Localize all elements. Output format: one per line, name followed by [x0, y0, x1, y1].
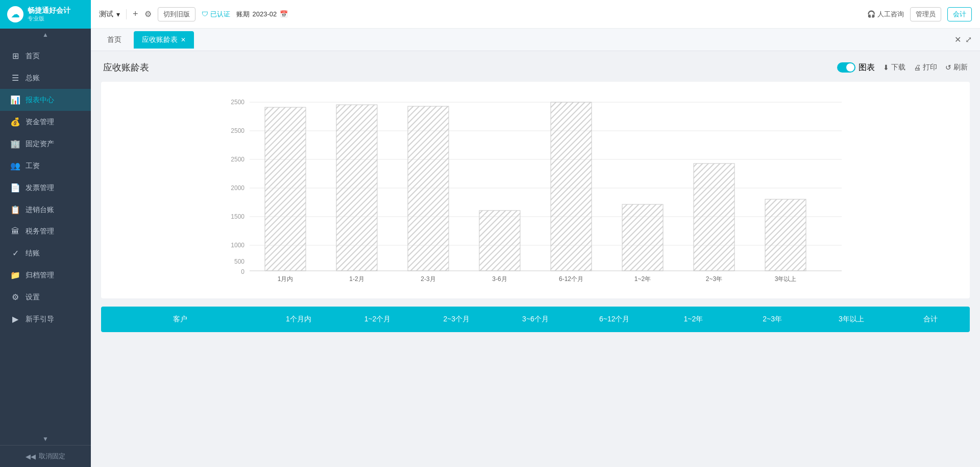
guide-icon: ▶ [10, 314, 20, 324]
sidebar-item-label-archive: 归档管理 [26, 271, 54, 280]
svg-text:1月内: 1月内 [278, 275, 293, 283]
sidebar-item-guide[interactable]: ▶ 新手引导 [0, 308, 91, 330]
print-icon: 🖨 [914, 63, 921, 72]
svg-text:500: 500 [234, 258, 244, 265]
sidebar: ☁ 畅捷通好会计 专业版 ▲ ⊞ 首页 ☰ 总账 📊 报表中心 💰 资金管理 🏢… [0, 0, 91, 467]
sidebar-item-sales[interactable]: 📋 进销台账 [0, 199, 91, 221]
svg-text:1~2年: 1~2年 [634, 275, 651, 283]
logo-text-block: 畅捷通好会计 专业版 [28, 6, 70, 22]
close-icon[interactable]: ✕ [954, 35, 961, 44]
sidebar-item-settings[interactable]: ⚙ 设置 [0, 286, 91, 308]
svg-text:2500: 2500 [231, 127, 244, 134]
bar-chart: 2500 2500 2500 2000 1500 1000 500 0 1月内 … [111, 92, 960, 286]
logo-icon: ☁ [7, 6, 23, 22]
svg-text:1500: 1500 [231, 213, 244, 220]
th-2-3month: 2~3个月 [417, 307, 496, 332]
svg-text:3-6月: 3-6月 [492, 275, 507, 283]
chart-svg-wrapper: 2500 2500 2500 2000 1500 1000 500 0 1月内 … [111, 92, 960, 288]
scroll-up-btn[interactable]: ▲ [0, 29, 91, 41]
add-company-btn[interactable]: + [133, 9, 138, 19]
cancel-fixed-btn[interactable]: ◀◀ 取消固定 [0, 445, 91, 467]
sidebar-item-ledger[interactable]: ☰ 总账 [0, 67, 91, 89]
sidebar-item-reports[interactable]: 📊 报表中心 [0, 89, 91, 111]
chart-toggle[interactable]: 图表 [837, 62, 875, 73]
settings-btn[interactable]: ⚙ [144, 9, 152, 19]
sidebar-item-tax[interactable]: 🏛 税务管理 [0, 221, 91, 242]
expand-icon[interactable]: ⤢ [965, 35, 972, 44]
th-customer: 客户 [101, 307, 259, 332]
th-3-6month: 3~6个月 [496, 307, 575, 332]
accountant-btn[interactable]: 会计 [947, 7, 972, 21]
th-3year-plus: 3年以上 [812, 307, 891, 332]
refresh-label: 刷新 [953, 63, 968, 72]
scroll-down-btn[interactable]: ▼ [0, 433, 91, 445]
chart-toggle-label: 图表 [859, 62, 875, 73]
settings-icon: ⚙ [10, 292, 20, 302]
period-selector[interactable]: 账期 2023-02 📅 [236, 10, 288, 19]
headset-icon: 🎧 [867, 10, 875, 18]
funds-icon: 💰 [10, 117, 20, 127]
sidebar-item-home[interactable]: ⊞ 首页 [0, 45, 91, 67]
tab-home-label: 首页 [107, 35, 121, 44]
invoice-icon: 📄 [10, 183, 20, 193]
svg-text:2500: 2500 [231, 99, 244, 106]
print-label: 打印 [923, 63, 937, 72]
sidebar-item-archive[interactable]: 📁 归档管理 [0, 264, 91, 286]
tab-home[interactable]: 首页 [99, 31, 130, 49]
tabbar: 首页 应收账龄表 ✕ ✕ ⤢ [91, 29, 980, 51]
table-header: 客户 1个月内 1~2个月 2~3个月 3~6个月 6~12个月 1~2年 2~… [101, 307, 970, 332]
svg-text:0: 0 [241, 268, 244, 275]
th-6-12month: 6~12个月 [575, 307, 654, 332]
svg-text:2-3月: 2-3月 [421, 275, 435, 283]
sidebar-item-label-sales: 进销台账 [26, 205, 54, 215]
svg-text:2500: 2500 [231, 156, 244, 163]
home-icon: ⊞ [10, 51, 20, 61]
svg-text:6-12个月: 6-12个月 [559, 275, 583, 283]
toggle-thumb [846, 63, 854, 72]
logo-title: 畅捷通好会计 [28, 6, 70, 15]
download-label: 下载 [891, 63, 905, 72]
th-1month: 1个月内 [259, 307, 338, 332]
manager-btn[interactable]: 管理员 [910, 7, 941, 21]
bar-3年以上 [765, 199, 806, 271]
page-title: 应收账龄表 [103, 61, 149, 74]
toggle-track[interactable] [837, 62, 855, 73]
download-btn[interactable]: ⬇ 下载 [883, 63, 905, 72]
refresh-icon: ↺ [945, 63, 951, 72]
bar-1-2月 [336, 105, 377, 271]
th-2-3year: 2~3年 [733, 307, 812, 332]
tab-aging-report[interactable]: 应收账龄表 ✕ [134, 31, 194, 49]
old-version-btn[interactable]: 切到旧版 [158, 7, 195, 21]
page-actions: 图表 ⬇ 下载 🖨 打印 ↺ 刷新 [837, 62, 968, 73]
sidebar-item-invoice[interactable]: 📄 发票管理 [0, 177, 91, 199]
consult-btn[interactable]: 🎧 人工咨询 [867, 10, 904, 19]
tax-icon: 🏛 [10, 227, 20, 236]
sidebar-item-label-tax: 税务管理 [26, 227, 54, 236]
sidebar-logo: ☁ 畅捷通好会计 专业版 [0, 0, 91, 29]
sidebar-item-label-settings: 设置 [26, 293, 40, 302]
sidebar-item-wages[interactable]: 👥 工资 [0, 155, 91, 177]
tab-close-btn[interactable]: ✕ [181, 36, 186, 43]
sidebar-item-funds[interactable]: 💰 资金管理 [0, 111, 91, 133]
tabbar-icons: ✕ ⤢ [954, 35, 972, 44]
topbar-divider-1 [126, 9, 127, 19]
bar-3-6月 [479, 211, 520, 271]
svg-text:1-2月: 1-2月 [349, 275, 364, 283]
th-1-2month: 1~2个月 [338, 307, 417, 332]
logo-subtitle: 专业版 [28, 15, 70, 22]
sidebar-item-label-assets: 固定资产 [26, 139, 54, 149]
ledger-icon: ☰ [10, 73, 20, 83]
refresh-btn[interactable]: ↺ 刷新 [945, 63, 968, 72]
print-btn[interactable]: 🖨 打印 [914, 63, 937, 72]
period-value: 2023-02 [253, 10, 277, 18]
calendar-icon: 📅 [280, 10, 288, 18]
topbar: 测试 ▾ + ⚙ 切到旧版 🛡 已认证 账期 2023-02 📅 🎧 人工咨询 … [91, 0, 980, 29]
archive-icon: 📁 [10, 270, 20, 280]
cert-label: 已认证 [210, 10, 230, 19]
tab-aging-label: 应收账龄表 [142, 35, 178, 44]
sidebar-item-assets[interactable]: 🏢 固定资产 [0, 133, 91, 155]
cert-status: 🛡 已认证 [202, 10, 230, 19]
project-selector[interactable]: 测试 ▾ [99, 10, 120, 19]
sidebar-item-close[interactable]: ✓ 结账 [0, 242, 91, 264]
svg-text:2000: 2000 [231, 184, 244, 192]
